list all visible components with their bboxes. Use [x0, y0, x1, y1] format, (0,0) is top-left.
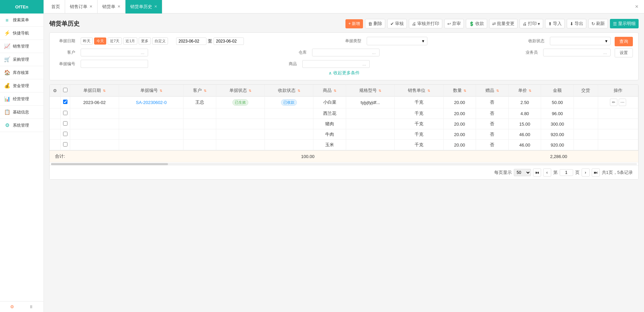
row-checkbox[interactable] [63, 100, 67, 104]
col-doc-status[interactable]: 单据状态 ⇅ [216, 85, 264, 97]
sidebar-item-finance-mgmt[interactable]: 💰 资金管理 [0, 79, 44, 93]
date-today-btn[interactable]: 今天 [94, 37, 106, 45]
delete-button[interactable]: 🗑 删除 [365, 19, 385, 28]
tab-sales-order-close[interactable]: ✕ [89, 4, 92, 9]
abandon-icon: ↩ [447, 21, 451, 26]
show-detail-icon: ☰ [613, 21, 617, 26]
sidebar-item-sales-mgmt[interactable]: 📈 销售管理 [0, 40, 44, 53]
date-to-input[interactable] [214, 37, 244, 45]
page-number-input[interactable] [560, 169, 573, 176]
row-checkbox[interactable] [63, 111, 67, 115]
sidebar-item-quick-nav[interactable]: ⚡ 快捷导航 [0, 27, 44, 40]
col-goods[interactable]: 商品 ⇅ [313, 85, 346, 97]
edit-action-btn[interactable]: ✏ [610, 99, 617, 106]
last-page-btn[interactable]: ⏭ [592, 168, 600, 177]
col-collect-status[interactable]: 收款状态 ⇅ [265, 85, 313, 97]
sidebar-item-operation-mgmt[interactable]: 📊 经营管理 [0, 93, 44, 106]
print-button[interactable]: 🖨 打印 ▾ [520, 19, 543, 28]
batch-change-button[interactable]: ⇄ 批量变更 [489, 19, 517, 28]
col-doc-date[interactable]: 单据日期 ⇅ [70, 85, 119, 97]
date-1month-btn[interactable]: 近1月 [123, 37, 137, 45]
per-page-select[interactable]: 50 10 20 100 [514, 169, 531, 176]
cell-checkbox[interactable] [60, 119, 70, 129]
abandon-button[interactable]: ↩ 弃审 [444, 19, 464, 28]
row-checkbox[interactable] [63, 132, 67, 136]
tab-sales-history-close[interactable]: ✕ [154, 4, 157, 9]
staff-input[interactable] [545, 50, 602, 55]
row-checkbox[interactable] [63, 121, 67, 126]
sidebar-item-stock-calc[interactable]: 🏠 库存核算 [0, 66, 44, 79]
warehouse-input[interactable] [314, 50, 371, 55]
col-checkbox[interactable] [60, 85, 70, 97]
goods-dots[interactable]: ... [361, 61, 367, 67]
staff-dots[interactable]: ... [602, 50, 608, 55]
cell-spec [346, 119, 395, 129]
tab-sales-goods-close[interactable]: ✕ [117, 4, 120, 9]
sidebar-bottom-icon1[interactable]: ⚙ [10, 304, 14, 309]
cell-checkbox[interactable] [60, 97, 70, 108]
docno-input[interactable] [81, 60, 148, 68]
col-gift[interactable]: 赠品 ⇅ [476, 85, 509, 97]
col-settings[interactable]: ⚙ [50, 85, 60, 97]
sidebar-bottom-icon2[interactable]: ⏸ [29, 304, 33, 309]
col-unit-price[interactable]: 单价 ⇅ [508, 85, 541, 97]
tab-close-all[interactable]: ✕ [632, 4, 641, 9]
goods-input[interactable] [305, 61, 361, 66]
doc-type-select[interactable]: ▾ [367, 37, 427, 45]
sidebar-item-purchase-mgmt[interactable]: 🛒 采购管理 [0, 53, 44, 66]
cell-checkbox[interactable] [60, 140, 70, 150]
sidebar-item-basic-info[interactable]: 📋 基础信息 [0, 106, 44, 119]
collect-button[interactable]: 💲 收款 [466, 19, 487, 28]
horizontal-scrollbar[interactable] [50, 162, 638, 165]
date-range: 至 [176, 37, 244, 45]
tab-sales-order[interactable]: 销售订单 ✕ [65, 0, 97, 14]
col-doc-no[interactable]: 单据编号 ⇅ [119, 85, 184, 97]
next-page-btn[interactable]: › [582, 168, 590, 177]
date-from-input[interactable] [176, 37, 206, 45]
row-checkbox[interactable] [63, 142, 67, 147]
date-more-btn[interactable]: 更多 [139, 37, 151, 45]
table-header-row: ⚙ 单据日期 ⇅ 单据编号 ⇅ [50, 85, 638, 97]
top-tabs: 首页 销售订单 ✕ 销货单 ✕ 销货单历史 ✕ ✕ [44, 0, 644, 14]
show-detail-button[interactable]: ☰ 显示明细 [610, 19, 639, 28]
date-yesterday-btn[interactable]: 昨天 [81, 37, 93, 45]
select-all-checkbox[interactable] [63, 88, 67, 92]
col-customer[interactable]: 客户 ⇅ [184, 85, 216, 97]
scrollbar-thumb[interactable] [51, 163, 168, 165]
customer-dots[interactable]: ... [139, 50, 146, 55]
cell-gift: 否 [476, 97, 509, 108]
date-7days-btn[interactable]: 近7天 [108, 37, 122, 45]
col-amount: 金额 [541, 85, 574, 97]
prev-page-btn[interactable]: ‹ [543, 168, 551, 177]
review-icon: ✔ [390, 21, 394, 26]
col-quantity[interactable]: 数量 ⇅ [443, 85, 476, 97]
sidebar-item-label: 快捷导航 [13, 30, 29, 36]
import-button[interactable]: ⬆ 导入 [545, 19, 565, 28]
cell-checkbox[interactable] [60, 108, 70, 119]
export-button[interactable]: ⬇ 导出 [567, 19, 586, 28]
settings-button[interactable]: 设置 [615, 48, 633, 57]
col-transaction: 交货 [574, 85, 598, 97]
cell-amount: 96.00 [541, 108, 574, 119]
collect-status-select[interactable]: ▾ [550, 37, 611, 45]
collapse-button[interactable]: ∧ 收起更多条件 [55, 70, 633, 76]
tab-home[interactable]: 首页 [47, 0, 65, 14]
sidebar-item-system-mgmt[interactable]: ⚙ 系统管理 [0, 119, 44, 132]
col-sales-unit[interactable]: 销售单位 ⇅ [395, 85, 443, 97]
tab-home-label: 首页 [51, 4, 60, 10]
first-page-btn[interactable]: ⏮ [533, 168, 541, 177]
refresh-button[interactable]: ↻ 刷新 [588, 19, 608, 28]
col-spec[interactable]: 规格型号 ⇅ [346, 85, 395, 97]
date-custom-btn[interactable]: 自定义 [152, 37, 168, 45]
warehouse-dots[interactable]: ... [371, 50, 377, 55]
more-action-btn[interactable]: ⋯ [619, 99, 626, 106]
review-button[interactable]: ✔ 审核 [387, 19, 407, 28]
query-button[interactable]: 查询 [615, 37, 633, 46]
new-button[interactable]: + 新增 [345, 19, 363, 28]
cell-checkbox[interactable] [60, 129, 70, 140]
customer-input[interactable] [83, 50, 139, 55]
tab-sales-history[interactable]: 销货单历史 ✕ [125, 0, 162, 14]
sidebar-item-search-menu[interactable]: ≡ 搜索菜单 [0, 14, 44, 27]
review-print-button[interactable]: 🖨 审核并打印 [409, 19, 442, 28]
tab-sales-goods[interactable]: 销货单 ✕ [97, 0, 125, 14]
